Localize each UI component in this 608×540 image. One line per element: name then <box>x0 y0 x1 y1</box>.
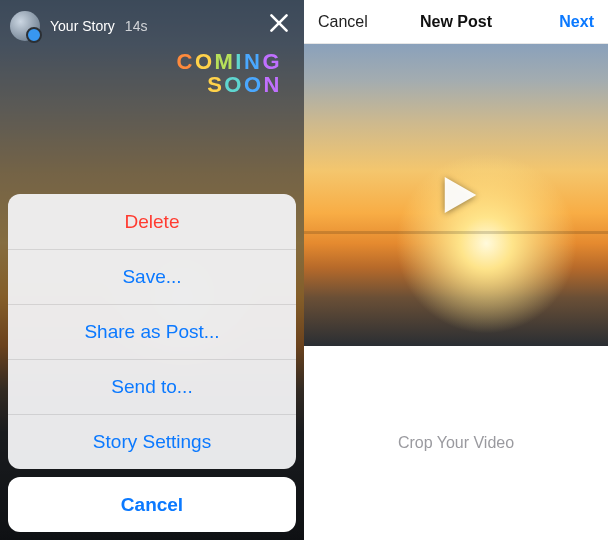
nav-bar: Cancel New Post Next <box>304 0 608 44</box>
story-header: Your Story 14s <box>10 8 294 44</box>
delete-button[interactable]: Delete <box>8 194 296 249</box>
coming-soon-sticker: COMING SOON <box>177 50 282 96</box>
send-to-button[interactable]: Send to... <box>8 359 296 414</box>
action-sheet-group: Delete Save... Share as Post... Send to.… <box>8 194 296 469</box>
nav-next-button[interactable]: Next <box>534 13 594 31</box>
nav-cancel-button[interactable]: Cancel <box>318 13 378 31</box>
save-button[interactable]: Save... <box>8 249 296 304</box>
share-as-post-button[interactable]: Share as Post... <box>8 304 296 359</box>
close-icon[interactable] <box>266 10 292 36</box>
story-title: Your Story <box>50 18 115 34</box>
video-preview[interactable] <box>304 44 608 346</box>
play-icon[interactable] <box>429 168 483 222</box>
crop-hint-label: Crop Your Video <box>398 434 514 452</box>
new-post-pane: Cancel New Post Next Crop Your Video <box>304 0 608 540</box>
avatar[interactable] <box>10 11 40 41</box>
story-settings-button[interactable]: Story Settings <box>8 414 296 469</box>
story-viewer-pane: Your Story 14s COMING SOON Delete Save..… <box>0 0 304 540</box>
crop-hint-area: Crop Your Video <box>304 346 608 540</box>
nav-title: New Post <box>420 13 492 31</box>
action-sheet: Delete Save... Share as Post... Send to.… <box>8 194 296 532</box>
story-timestamp: 14s <box>125 18 148 34</box>
cancel-button[interactable]: Cancel <box>8 477 296 532</box>
